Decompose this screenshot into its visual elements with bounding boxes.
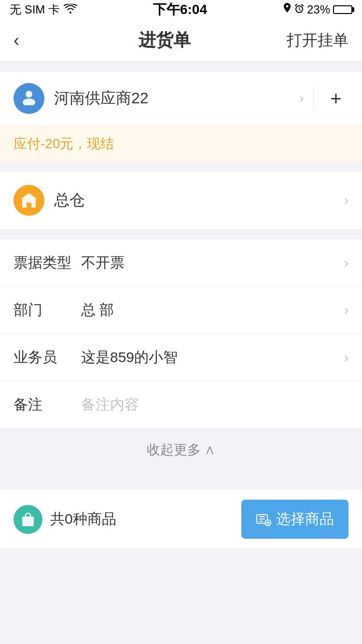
- section-gap-4: [0, 471, 362, 480]
- select-product-button[interactable]: 选择商品: [241, 500, 348, 539]
- battery-percent: 23%: [307, 3, 330, 16]
- status-bar: 无 SIM 卡 下午6:04 23%: [0, 0, 362, 19]
- divider: [313, 87, 314, 110]
- supplier-section: 河南供应商22 › + 应付-20元，现结: [0, 71, 362, 162]
- select-product-icon: [256, 513, 271, 526]
- invoice-type-row[interactable]: 票据类型 不开票 ›: [0, 239, 362, 287]
- back-button[interactable]: ‹: [14, 30, 42, 51]
- status-time: 下午6:04: [153, 0, 207, 19]
- collapse-text: 收起更多 ∧: [147, 441, 216, 459]
- remark-label: 备注: [14, 395, 81, 415]
- status-left: 无 SIM 卡: [10, 2, 77, 17]
- supplier-row[interactable]: 河南供应商22 › +: [0, 71, 362, 126]
- product-icon-wrap: [14, 505, 42, 534]
- shopping-bag-icon: [19, 511, 37, 528]
- select-product-label: 选择商品: [276, 509, 334, 529]
- supplier-name: 河南供应商22: [54, 88, 295, 109]
- battery-icon: [333, 5, 352, 14]
- invoice-type-label: 票据类型: [14, 253, 81, 273]
- section-gap-1: [0, 62, 362, 71]
- location-icon: [283, 3, 292, 16]
- collapse-row[interactable]: 收起更多 ∧: [0, 429, 362, 471]
- wifi-icon: [64, 3, 77, 16]
- chevron-right-icon: ›: [344, 255, 348, 271]
- chevron-right-icon: ›: [299, 91, 304, 106]
- add-supplier-button[interactable]: +: [323, 86, 348, 111]
- chevron-right-icon: ›: [344, 193, 348, 208]
- product-count-wrap: 共0种商品: [14, 505, 116, 534]
- svg-rect-6: [22, 517, 34, 526]
- section-gap-3: [0, 230, 362, 239]
- warehouse-label: 总仓: [54, 190, 340, 211]
- warehouse-icon: [20, 191, 38, 210]
- product-count-text: 共0种商品: [50, 509, 116, 529]
- form-section: 票据类型 不开票 › 部门 总 部 › 业务员 这是859的小智 › 备注 备注…: [0, 239, 362, 429]
- nav-bar: ‹ 进货单 打开挂单: [0, 19, 362, 62]
- salesperson-value: 这是859的小智: [81, 348, 340, 367]
- invoice-type-value: 不开票: [81, 253, 340, 273]
- svg-marker-4: [21, 193, 37, 199]
- department-value: 总 部: [81, 300, 340, 320]
- department-label: 部门: [14, 300, 81, 320]
- chevron-right-icon: ›: [344, 303, 348, 318]
- warehouse-icon-wrap: [14, 185, 44, 216]
- svg-point-1: [26, 91, 32, 98]
- notice-bar: 应付-20元，现结: [0, 126, 362, 162]
- notice-text: 应付-20元，现结: [14, 136, 114, 151]
- section-gap-2: [0, 162, 362, 171]
- remark-row[interactable]: 备注 备注内容: [0, 381, 362, 429]
- open-pending-button[interactable]: 打开挂单: [287, 30, 348, 51]
- carrier-label: 无 SIM 卡: [10, 2, 60, 17]
- remark-input[interactable]: 备注内容: [81, 395, 348, 415]
- salesperson-row[interactable]: 业务员 这是859的小智 ›: [0, 334, 362, 381]
- status-right: 23%: [283, 3, 352, 16]
- alarm-icon: [294, 3, 304, 16]
- bottom-bar: 共0种商品 选择商品: [0, 490, 362, 548]
- salesperson-label: 业务员: [14, 348, 81, 367]
- warehouse-section: 总仓 ›: [0, 171, 362, 230]
- avatar: [14, 83, 44, 114]
- warehouse-row[interactable]: 总仓 ›: [0, 171, 362, 230]
- svg-point-2: [23, 98, 35, 105]
- user-icon: [20, 88, 38, 110]
- svg-rect-5: [27, 203, 31, 208]
- chevron-right-icon: ›: [344, 350, 348, 365]
- department-row[interactable]: 部门 总 部 ›: [0, 287, 362, 334]
- page-title: 进货单: [139, 28, 191, 52]
